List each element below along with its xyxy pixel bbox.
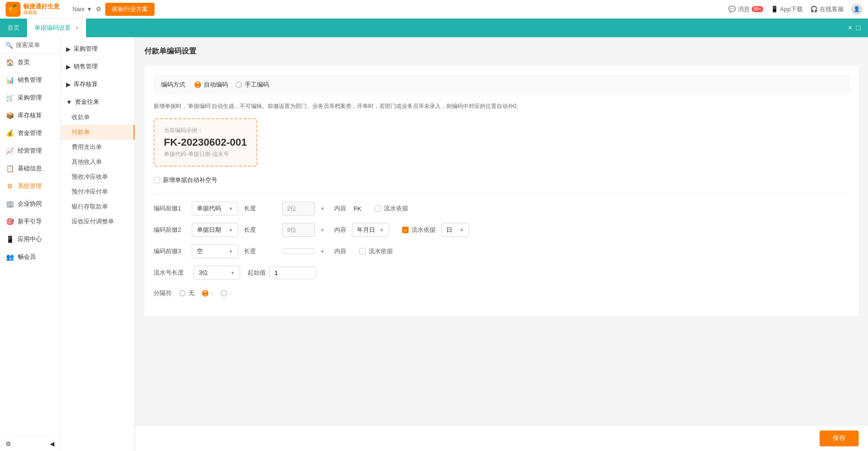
operations-icon: 📈 [6,147,14,155]
top-bar-nav: Nare ▼ ⚙ 体验行业方案 [73,3,155,16]
content3-label: 内容 [334,247,346,256]
minimize-button[interactable]: × [848,24,852,32]
top-bar-left: 🍊 畅捷通好生意 插曲版 Nare ▼ ⚙ 体验行业方案 [6,2,155,17]
length2-label: 长度 [244,226,276,234]
download-icon: 📱 [771,6,778,13]
sidebar-item-home[interactable]: 🏠 首页 [0,54,60,71]
sep-none-circle [179,290,186,296]
separator-none-radio[interactable]: 无 [179,289,195,297]
auto-encoding-circle [195,81,201,88]
logo-icon: 🍊 [6,2,20,17]
member-icon: 👥 [6,253,14,261]
page-footer: 保存 [135,425,868,451]
sub-group-funds: ▼ 资金往来 收款单 付款单 费用支出单 其他收入单 预收冲应收单 预付冲应付单… [61,94,135,229]
chevron-right-icon2: ▶ [66,63,71,70]
apps-icon: 📱 [6,235,14,243]
prefix1-select[interactable]: 单据代码 ▼ [192,202,238,215]
tab-bar: 首页 单据编码设置 × × □ [0,19,868,37]
avatar[interactable]: 👤 [851,4,862,15]
sep-dot-circle [202,290,209,296]
logo: 🍊 畅捷通好生意 插曲版 [6,2,60,17]
serial1-checkbox[interactable] [375,205,381,212]
sub-group-inventory: ▶ 库存核算 [61,76,135,92]
sub-group-funds-title[interactable]: ▼ 资金往来 [61,94,135,110]
prefix1-label: 编码前缀1 [154,204,186,213]
sidebar-item-funds[interactable]: 💰 资金管理 [0,124,60,142]
prefix2-row: 编码前缀2 单据日期 ▼ 长度 8位 ▼ 内容 年月日 ▼ ✓ 流 [154,223,849,237]
sidebar-item-inventory[interactable]: 📦 库存核算 [0,107,60,124]
start-value-field: 起始值 [248,267,316,279]
separator-dot-radio[interactable]: · [202,290,213,297]
manual-encoding-circle [236,81,242,88]
tab-close-icon[interactable]: × [75,25,79,31]
settings-panel: 编码方式 自动编码 手工编码 新增单据时，'单据编码'自动生成，不可编辑。前缀设… [144,66,859,316]
industry-solution-button[interactable]: 体验行业方案 [105,3,155,16]
sub-item-receivable-adjust[interactable]: 应收应付调整单 [61,214,135,229]
prefix2-select[interactable]: 单据日期 ▼ [192,223,238,237]
logo-title: 畅捷通好生意 [23,3,60,10]
sidebar: 🔍 搜索菜单 🏠 首页 📊 销售管理 🛒 采购管理 📦 库存核算 💰 资金管理 … [0,37,61,451]
purchase-icon: 🛒 [6,94,14,102]
main-layout: 🔍 搜索菜单 🏠 首页 📊 销售管理 🛒 采购管理 📦 库存核算 💰 资金管理 … [0,37,868,451]
sidebar-item-member[interactable]: 👥 畅会员 [0,248,60,266]
sub-item-receipt[interactable]: 收款单 [61,110,135,125]
auto-encoding-radio[interactable]: 自动编码 [195,81,228,89]
sub-item-prepay-payable[interactable]: 预付冲应付单 [61,184,135,199]
sidebar-collapse-icon[interactable]: ◀ [50,440,54,447]
logo-subtitle: 插曲版 [23,10,60,15]
sidebar-settings-icon[interactable]: ⚙ [6,440,11,447]
serial2-unit-select[interactable]: 日 ▼ [441,223,469,237]
sub-group-sales-title[interactable]: ▶ 销售管理 [61,59,135,74]
code-example-desc: 单据代码-单据日期-流水号 [164,150,247,158]
service-icon: 🎧 [810,6,818,13]
sidebar-item-sales[interactable]: 📊 销售管理 [0,71,60,89]
prefix3-select[interactable]: 空 ▼ [192,244,238,258]
separator-dot2-radio[interactable]: · [221,290,232,297]
search-icon: 🔍 [6,42,13,49]
sub-item-payment[interactable]: 付款单 [61,125,135,140]
length3-input[interactable] [282,249,315,254]
length1-input: 2位 [282,202,315,215]
sidebar-item-basics[interactable]: 📋 基础信息 [0,160,60,177]
tab-home[interactable]: 首页 [0,19,27,37]
save-button[interactable]: 保存 [820,431,859,446]
length3-label: 长度 [244,247,276,256]
dropdown-arrow-len1: ▼ [320,206,325,211]
sidebar-item-system[interactable]: ⚙ 系统管理 [0,177,60,195]
sub-group-inventory-title[interactable]: ▶ 库存核算 [61,76,135,92]
online-service-button[interactable]: 🎧 在线客服 [810,5,844,13]
sub-item-other-income[interactable]: 其他收入单 [61,155,135,169]
sidebar-item-operations[interactable]: 📈 经营管理 [0,142,60,160]
messages-button[interactable]: 💬 消息 99+ [728,5,763,13]
nav-settings-icon[interactable]: ⚙ [96,6,101,13]
dropdown-arrow1: ▼ [229,206,233,211]
sidebar-item-purchase[interactable]: 🛒 采购管理 [0,89,60,107]
nav-dropdown[interactable]: Nare ▼ [73,6,92,13]
serial-length-select[interactable]: 3位 ▼ [194,266,240,280]
sub-item-prepay-receivable[interactable]: 预收冲应收单 [61,169,135,184]
sub-item-expense[interactable]: 费用支出单 [61,140,135,155]
home-icon: 🏠 [6,58,14,67]
sub-item-bank-deposit[interactable]: 银行存取款单 [61,199,135,214]
sidebar-item-enterprise[interactable]: 🏢 企业协同 [0,195,60,213]
serial3-checkbox-group: 流水依据 [359,247,393,256]
tab-encoding-settings[interactable]: 单据编码设置 × [27,19,86,37]
dropdown-arrow-content2: ▼ [379,228,384,233]
content2-select[interactable]: 年月日 ▼ [352,223,389,237]
dropdown-arrow3: ▼ [229,249,233,254]
sub-group-purchase-title[interactable]: ▶ 采购管理 [61,41,135,57]
sidebar-search[interactable]: 🔍 搜索菜单 [0,37,60,54]
serial-row: 流水号长度 3位 ▼ 起始值 [154,266,849,280]
funds-icon: 💰 [6,129,14,137]
app-download-button[interactable]: 📱 App下载 [771,5,803,13]
start-value-input[interactable] [269,267,316,279]
manual-encoding-radio[interactable]: 手工编码 [236,81,269,89]
serial2-checkbox[interactable]: ✓ [402,227,409,233]
dropdown-arrow-serial: ▼ [230,270,235,276]
auto-fill-checkbox[interactable] [154,177,160,183]
sidebar-item-guide[interactable]: 🎯 新手引导 [0,213,60,230]
sidebar-item-apps[interactable]: 📱 应用中心 [0,230,60,248]
maximize-button[interactable]: □ [856,24,861,32]
serial3-checkbox[interactable] [359,248,366,255]
separator-label: 分隔符 [154,289,172,297]
